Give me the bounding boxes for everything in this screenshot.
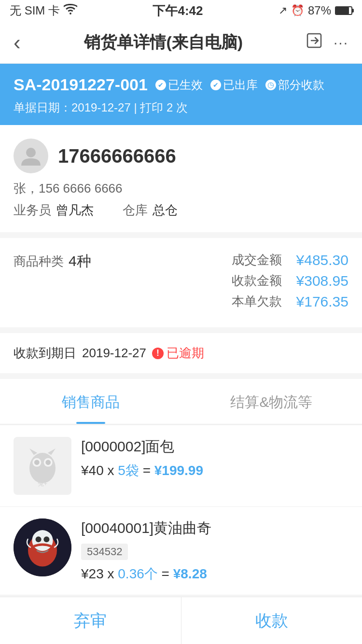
collected-label: 收款金额 bbox=[232, 272, 282, 289]
svg-point-10 bbox=[32, 530, 53, 551]
badge-effective: ✔ 已生效 bbox=[155, 77, 203, 93]
bottom-bar: 弃审 收款 bbox=[0, 597, 362, 644]
collected-value: ¥308.95 bbox=[296, 273, 348, 289]
avatar bbox=[14, 139, 48, 173]
nav-bar: ‹ 销货单详情(来自电脑) ··· bbox=[0, 21, 362, 64]
staff-name: 曾凡杰 bbox=[56, 202, 94, 219]
due-section: 收款到期日 2019-12-27 ! 已逾期 bbox=[0, 333, 362, 373]
owed-value: ¥176.35 bbox=[296, 294, 348, 310]
tab-settle-label: 结算&物流等 bbox=[230, 394, 312, 410]
page-title: 销货单详情(来自电脑) bbox=[84, 31, 243, 54]
staff-item: 业务员 曾凡杰 bbox=[14, 202, 94, 219]
product-price-1: ¥40 x 5袋 = ¥199.99 bbox=[81, 462, 348, 480]
collect-label: 收款 bbox=[255, 610, 288, 632]
more-icon[interactable]: ··· bbox=[334, 34, 348, 51]
due-date-value: 2019-12-27 bbox=[82, 346, 146, 361]
product-item: 兔+ [0000002]面包 ¥40 x 5袋 = ¥199.99 bbox=[0, 425, 362, 507]
reject-button[interactable]: 弃审 bbox=[0, 597, 181, 644]
summary-left: 商品种类 4种 bbox=[14, 252, 91, 271]
svg-point-11 bbox=[36, 536, 42, 542]
tab-settle[interactable]: 结算&物流等 bbox=[181, 379, 362, 424]
due-date-label: 收款到期日 bbox=[14, 345, 76, 362]
svg-point-12 bbox=[43, 536, 49, 542]
summary-row: 商品种类 4种 成交金额 ¥485.30 收款金额 ¥308.95 本单欠款 ¥… bbox=[14, 252, 348, 314]
warehouse-item: 仓库 总仓 bbox=[123, 202, 178, 219]
product-types-row: 商品种类 4种 bbox=[14, 252, 91, 271]
product-code-1: [0000002] bbox=[81, 438, 145, 454]
order-header: SA-20191227-001 ✔ 已生效 ✔ 已出库 ◷ 部分收款 单据日期：… bbox=[0, 64, 362, 125]
badge-partial-label: 部分收款 bbox=[278, 77, 324, 93]
product-sku-2: 534532 bbox=[81, 544, 128, 560]
battery-text: 87% bbox=[308, 4, 331, 17]
products-section: 兔+ [0000002]面包 ¥40 x 5袋 = ¥199.99 bbox=[0, 425, 362, 595]
tab-sales[interactable]: 销售商品 bbox=[0, 379, 181, 424]
badge-shipped-label: 已出库 bbox=[223, 77, 258, 93]
nav-right: ··· bbox=[306, 33, 348, 52]
product-info-1: [0000002]面包 ¥40 x 5袋 = ¥199.99 bbox=[81, 437, 348, 480]
product-thumb-2 bbox=[14, 518, 71, 576]
no-sim-text: 无 SIM 卡 bbox=[10, 3, 60, 18]
share-icon[interactable] bbox=[306, 33, 322, 52]
svg-point-1 bbox=[26, 148, 36, 157]
badge-shipped: ✔ 已出库 bbox=[210, 77, 258, 93]
unit-price-1: ¥40 bbox=[81, 463, 104, 478]
quantity-1: 5袋 bbox=[118, 463, 139, 478]
reject-label: 弃审 bbox=[74, 610, 107, 632]
customer-section: 17666666666 张，156 6666 6666 业务员 曾凡杰 仓库 总… bbox=[0, 125, 362, 232]
svg-point-2 bbox=[29, 453, 56, 483]
order-print: | 打印 2 次 bbox=[134, 101, 188, 114]
clock-icon-partial: ◷ bbox=[265, 80, 276, 90]
order-header-top: SA-20191227-001 ✔ 已生效 ✔ 已出库 ◷ 部分收款 bbox=[14, 75, 348, 94]
product-thumb-1: 兔+ bbox=[14, 437, 71, 495]
product-name-2: [00040001]黄油曲奇 bbox=[81, 518, 348, 538]
customer-name: 张，156 6666 6666 bbox=[14, 180, 348, 197]
alarm-icon: ⏰ bbox=[291, 4, 304, 17]
product-types-label: 商品种类 bbox=[14, 253, 64, 270]
staff-label: 业务员 bbox=[14, 202, 51, 219]
status-badges: ✔ 已生效 ✔ 已出库 ◷ 部分收款 bbox=[155, 77, 324, 93]
warehouse-label: 仓库 bbox=[123, 202, 148, 219]
product-code-2: [00040001] bbox=[81, 520, 153, 536]
status-time: 下午4:42 bbox=[153, 2, 203, 19]
overdue-icon: ! bbox=[152, 348, 164, 359]
back-button[interactable]: ‹ bbox=[14, 30, 21, 55]
badge-partial: ◷ 部分收款 bbox=[265, 77, 324, 93]
overdue-label: 已逾期 bbox=[167, 345, 204, 362]
order-date: 单据日期：2019-12-27 bbox=[14, 101, 131, 114]
summary-right: 成交金额 ¥485.30 收款金额 ¥308.95 本单欠款 ¥176.35 bbox=[232, 252, 348, 314]
product-info-2: [00040001]黄油曲奇 534532 ¥23 x 0.36个 = ¥8.2… bbox=[81, 518, 348, 583]
status-left: 无 SIM 卡 bbox=[10, 3, 77, 18]
wifi-icon bbox=[64, 4, 77, 17]
collect-button[interactable]: 收款 bbox=[181, 597, 362, 644]
tabs-section: 销售商品 结算&物流等 bbox=[0, 379, 362, 424]
order-meta: 单据日期：2019-12-27 | 打印 2 次 bbox=[14, 100, 348, 115]
summary-section: 商品种类 4种 成交金额 ¥485.30 收款金额 ¥308.95 本单欠款 ¥… bbox=[0, 238, 362, 327]
check-icon-shipped: ✔ bbox=[210, 80, 221, 90]
customer-top: 17666666666 bbox=[14, 139, 348, 173]
owed-row: 本单欠款 ¥176.35 bbox=[232, 293, 348, 310]
quantity-2: 0.36个 bbox=[118, 566, 158, 581]
customer-phone: 17666666666 bbox=[58, 145, 176, 167]
order-id: SA-20191227-001 bbox=[14, 75, 148, 94]
deal-amount-row: 成交金额 ¥485.30 bbox=[232, 252, 348, 268]
deal-amount-label: 成交金额 bbox=[232, 252, 282, 268]
svg-text:兔+: 兔+ bbox=[38, 480, 47, 487]
total-price-2: ¥8.28 bbox=[173, 566, 207, 581]
status-bar: 无 SIM 卡 下午4:42 ↗ ⏰ 87% bbox=[0, 0, 362, 21]
total-price-1: ¥199.99 bbox=[154, 463, 203, 478]
overdue-badge: ! 已逾期 bbox=[152, 345, 204, 362]
deal-amount-value: ¥485.30 bbox=[296, 252, 348, 268]
nav-left: ‹ bbox=[14, 30, 21, 55]
location-icon: ↗ bbox=[278, 4, 287, 17]
product-name-1: [0000002]面包 bbox=[81, 437, 348, 457]
product-price-2: ¥23 x 0.36个 = ¥8.28 bbox=[81, 565, 348, 583]
warehouse-name: 总仓 bbox=[153, 202, 178, 219]
check-icon-effective: ✔ bbox=[155, 80, 166, 90]
svg-point-6 bbox=[45, 460, 51, 465]
status-right: ↗ ⏰ 87% bbox=[278, 4, 352, 17]
tab-sales-label: 销售商品 bbox=[62, 394, 120, 410]
product-types-value: 4种 bbox=[69, 252, 91, 271]
battery-icon bbox=[335, 6, 352, 15]
owed-label: 本单欠款 bbox=[232, 293, 282, 310]
badge-effective-label: 已生效 bbox=[168, 77, 203, 93]
